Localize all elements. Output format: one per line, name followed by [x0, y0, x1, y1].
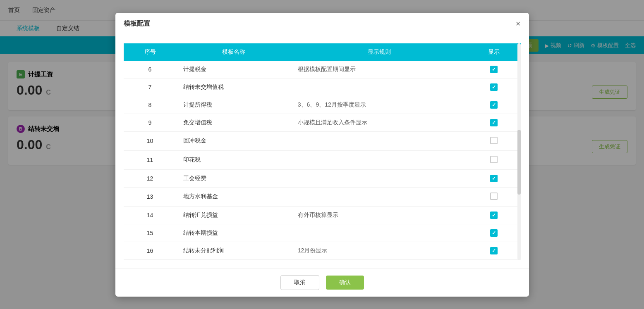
confirm-button[interactable]: 确认	[326, 276, 364, 290]
row-rule: 3、6、9、12月按季度显示	[291, 96, 468, 114]
row-name: 计提所得税	[177, 96, 291, 114]
row-checkbox[interactable]	[490, 229, 498, 237]
table-body: 6计提税金根据模板配置期间显示7结转未交增值税8计提所得税3、6、9、12月按季…	[124, 61, 521, 260]
template-config-modal: 模板配置 × 序号 模板名称 显示规则 显示 6计提税金根据模板配置期间显	[115, 13, 529, 297]
row-index: 7	[124, 78, 177, 96]
row-checkbox[interactable]	[490, 101, 498, 109]
table-row: 6计提税金根据模板配置期间显示	[124, 61, 521, 78]
row-rule: 小规模且满足收入条件显示	[291, 114, 468, 131]
row-checkbox-cell	[467, 61, 520, 78]
row-checkbox-cell	[467, 150, 520, 169]
table-row: 9免交增值税小规模且满足收入条件显示	[124, 114, 521, 131]
table-row: 7结转未交增值税	[124, 78, 521, 96]
row-rule	[291, 131, 468, 150]
table-row: 14结转汇兑损益有外币核算显示	[124, 206, 521, 224]
row-checkbox-cell	[467, 131, 520, 150]
modal-close-button[interactable]: ×	[516, 19, 521, 28]
row-checkbox[interactable]	[490, 119, 498, 126]
modal-overlay: 模板配置 × 序号 模板名称 显示规则 显示 6计提税金根据模板配置期间显	[0, 0, 644, 309]
table-row: 8计提所得税3、6、9、12月按季度显示	[124, 96, 521, 114]
row-checkbox-cell	[467, 96, 520, 114]
row-name: 地方水利基金	[177, 187, 291, 206]
row-checkbox[interactable]	[490, 175, 498, 182]
row-rule	[291, 169, 468, 187]
col-index: 序号	[124, 43, 177, 61]
scrollbar-track[interactable]	[517, 43, 521, 260]
row-index: 6	[124, 61, 177, 78]
table-row: 12工会经费	[124, 169, 521, 187]
row-rule	[291, 224, 468, 242]
row-rule: 有外币核算显示	[291, 206, 468, 224]
config-table: 序号 模板名称 显示规则 显示 6计提税金根据模板配置期间显示7结转未交增值税8…	[124, 43, 521, 260]
row-index: 12	[124, 169, 177, 187]
row-index: 10	[124, 131, 177, 150]
row-checkbox[interactable]	[490, 83, 498, 91]
row-rule: 12月份显示	[291, 242, 468, 259]
modal-body: 序号 模板名称 显示规则 显示 6计提税金根据模板配置期间显示7结转未交增值税8…	[115, 35, 529, 268]
row-index: 14	[124, 206, 177, 224]
row-index: 15	[124, 224, 177, 242]
row-name: 回冲税金	[177, 131, 291, 150]
row-checkbox[interactable]	[490, 212, 498, 219]
row-index: 9	[124, 114, 177, 131]
row-checkbox[interactable]	[490, 66, 498, 73]
row-checkbox-cell	[467, 78, 520, 96]
row-rule	[291, 187, 468, 206]
row-checkbox[interactable]	[490, 137, 498, 144]
row-index: 13	[124, 187, 177, 206]
col-show: 显示	[467, 43, 520, 61]
row-checkbox[interactable]	[490, 193, 498, 200]
table-wrapper: 序号 模板名称 显示规则 显示 6计提税金根据模板配置期间显示7结转未交增值税8…	[124, 43, 521, 260]
col-rule: 显示规则	[291, 43, 468, 61]
row-checkbox-cell	[467, 224, 520, 242]
row-name: 工会经费	[177, 169, 291, 187]
row-index: 16	[124, 242, 177, 259]
row-checkbox-cell	[467, 169, 520, 187]
modal-header: 模板配置 ×	[115, 13, 529, 35]
table-row: 15结转本期损益	[124, 224, 521, 242]
row-name: 印花税	[177, 150, 291, 169]
row-rule	[291, 78, 468, 96]
row-name: 结转本期损益	[177, 224, 291, 242]
row-checkbox-cell	[467, 206, 520, 224]
col-name: 模板名称	[177, 43, 291, 61]
table-row: 10回冲税金	[124, 131, 521, 150]
row-rule: 根据模板配置期间显示	[291, 61, 468, 78]
cancel-button[interactable]: 取消	[280, 275, 319, 290]
row-checkbox-cell	[467, 187, 520, 206]
row-index: 11	[124, 150, 177, 169]
row-checkbox-cell	[467, 114, 520, 131]
table-row: 13地方水利基金	[124, 187, 521, 206]
modal-footer: 取消 确认	[115, 268, 529, 297]
table-row: 11印花税	[124, 150, 521, 169]
row-checkbox[interactable]	[490, 247, 498, 254]
table-row: 16结转未分配利润12月份显示	[124, 242, 521, 259]
table-header-row: 序号 模板名称 显示规则 显示	[124, 43, 521, 61]
row-index: 8	[124, 96, 177, 114]
row-name: 结转未交增值税	[177, 78, 291, 96]
row-checkbox[interactable]	[490, 156, 498, 163]
modal-title: 模板配置	[124, 19, 150, 28]
row-checkbox-cell	[467, 242, 520, 259]
scrollbar-thumb[interactable]	[517, 130, 521, 195]
row-rule	[291, 150, 468, 169]
row-name: 结转汇兑损益	[177, 206, 291, 224]
row-name: 结转未分配利润	[177, 242, 291, 259]
row-name: 免交增值税	[177, 114, 291, 131]
row-name: 计提税金	[177, 61, 291, 78]
